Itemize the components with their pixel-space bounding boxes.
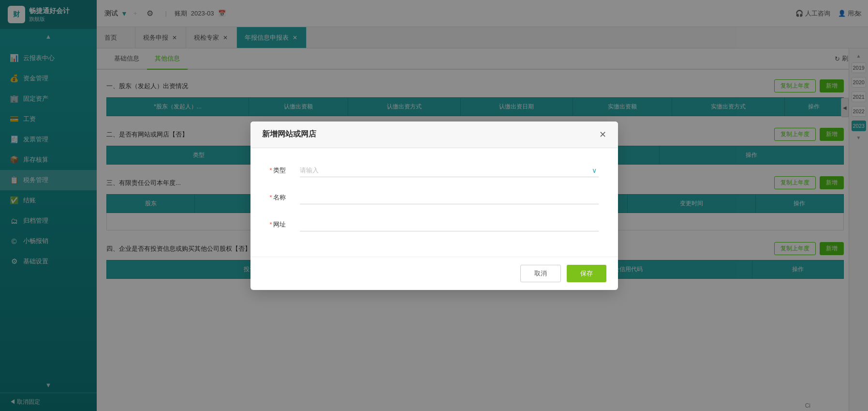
dialog-close-btn[interactable]: ✕ <box>599 129 606 140</box>
form-row-type: *类型 ∨ <box>270 164 599 177</box>
dialog-overlay: 新增网站或网店 ✕ *类型 ∨ <box>0 0 868 411</box>
cancel-button[interactable]: 取消 <box>520 265 561 282</box>
dialog-header: 新增网站或网店 ✕ <box>250 122 618 148</box>
name-input-wrap <box>300 191 599 204</box>
url-input-wrap <box>300 218 599 231</box>
type-input-wrap: ∨ <box>300 164 599 177</box>
form-row-url: *网址 <box>270 218 599 231</box>
add-website-dialog: 新增网站或网店 ✕ *类型 ∨ <box>250 122 618 290</box>
name-input[interactable] <box>300 191 599 204</box>
name-label: *名称 <box>270 193 294 202</box>
save-button[interactable]: 保存 <box>567 265 606 282</box>
type-label: *类型 <box>270 166 294 175</box>
dialog-body: *类型 ∨ *名称 <box>250 148 618 257</box>
form-row-name: *名称 <box>270 191 599 204</box>
dialog-footer: 取消 保存 <box>250 257 618 290</box>
url-input[interactable] <box>300 218 599 231</box>
type-input[interactable] <box>300 164 599 177</box>
dialog-title: 新增网站或网店 <box>262 129 316 139</box>
url-label: *网址 <box>270 220 294 229</box>
